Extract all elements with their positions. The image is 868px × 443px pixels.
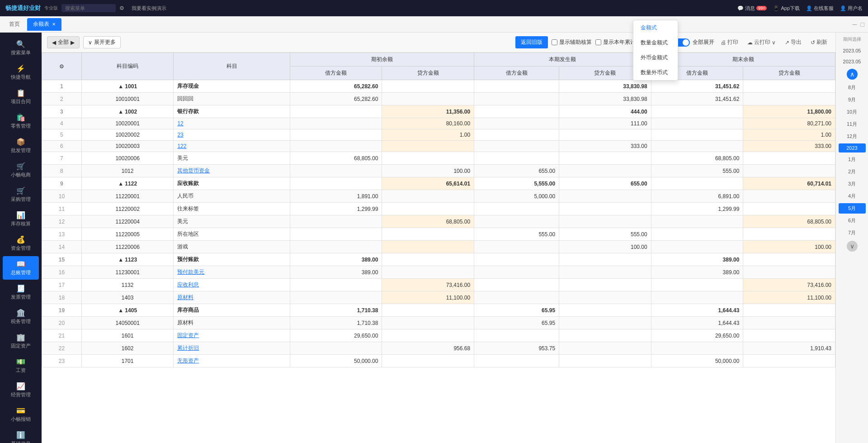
account-name-link[interactable]: 23 bbox=[177, 132, 183, 138]
period-5[interactable]: 5月 bbox=[839, 203, 866, 214]
dropdown-item-qty-amount[interactable]: 数量金额式 bbox=[633, 35, 678, 50]
go-back-btn[interactable]: 返回旧版 bbox=[515, 36, 548, 48]
maximize-icon[interactable]: □ bbox=[861, 21, 864, 28]
period-down-btn[interactable]: ∨ bbox=[847, 241, 858, 252]
account-name[interactable]: 预付款美元 bbox=[174, 266, 290, 279]
period-2023-05-1[interactable]: 2023.05 bbox=[839, 46, 866, 55]
period-7[interactable]: 7月 bbox=[839, 228, 866, 238]
aux-check-input[interactable] bbox=[552, 39, 557, 45]
aux-check-label: 显示辅助核算 bbox=[559, 38, 592, 46]
account-name[interactable]: 12 bbox=[174, 118, 290, 129]
sidebar-item-invoice[interactable]: 🧾 发票管理 bbox=[3, 281, 39, 304]
export-btn[interactable]: ↗ 导出 bbox=[782, 37, 804, 48]
search-input[interactable] bbox=[61, 4, 116, 12]
closing-credit bbox=[743, 266, 835, 279]
account-name[interactable]: 应收利息 bbox=[174, 279, 290, 291]
quick-nav-icon: ⚡ bbox=[5, 64, 37, 73]
account-name-link[interactable]: 预付款美元 bbox=[177, 269, 204, 275]
period-8[interactable]: 8月 bbox=[839, 82, 866, 93]
settings-header[interactable]: ⚙ bbox=[42, 53, 82, 80]
message-btn[interactable]: 💬 消息 99+ bbox=[737, 5, 767, 12]
aux-check-group: 显示辅助核算 bbox=[552, 38, 592, 46]
expand-btn[interactable]: ∨ 展开更多 bbox=[83, 36, 121, 48]
minimize-icon[interactable]: ─ bbox=[853, 21, 857, 28]
account-name[interactable]: 固定资产 bbox=[174, 329, 290, 342]
account-name-link[interactable]: 固定资产 bbox=[177, 332, 199, 338]
period-6[interactable]: 6月 bbox=[839, 215, 866, 226]
user-btn[interactable]: 👤 用户名 bbox=[840, 5, 863, 12]
all-filter-btn[interactable]: ◀ 全部 ▶ bbox=[47, 36, 80, 48]
opening-credit bbox=[382, 253, 474, 266]
code-header: 科目编码 bbox=[81, 53, 174, 80]
sidebar-item-assets[interactable]: 🏢 固定资产 bbox=[3, 329, 39, 353]
closing-credit: 68,805.00 bbox=[743, 215, 835, 228]
account-name-link[interactable]: 累计折旧 bbox=[177, 345, 199, 351]
account-name[interactable]: 23 bbox=[174, 129, 290, 141]
all-expand-toggle[interactable]: 全部展开 bbox=[674, 38, 714, 47]
avatar: 👤 bbox=[840, 5, 846, 11]
account-name-link[interactable]: 应收利息 bbox=[177, 281, 199, 288]
tab-close-icon[interactable]: ✕ bbox=[52, 22, 56, 27]
sidebar-item-wholesale[interactable]: 📦 批发管理 bbox=[3, 134, 39, 157]
sidebar-item-search[interactable]: 🔍 搜索菜单 bbox=[3, 36, 39, 60]
account-name-link[interactable]: 122 bbox=[177, 143, 186, 149]
dropdown-item-qty-foreign[interactable]: 数量外币式 bbox=[633, 65, 678, 80]
closing-credit: 333.00 bbox=[743, 141, 835, 152]
download-icon: 📱 bbox=[773, 5, 779, 11]
top-bar-left: 畅捷通好业财 专业版 ⚙ 我要看实例演示 bbox=[5, 4, 166, 12]
account-name[interactable]: 原材料 bbox=[174, 291, 290, 304]
sidebar-item-ledger[interactable]: 📖 总账管理 bbox=[3, 256, 39, 280]
account-name-text: 美元 bbox=[177, 155, 188, 161]
dropdown-item-foreign-amount[interactable]: 外币金额式 bbox=[633, 50, 678, 65]
opening-credit bbox=[382, 190, 474, 203]
sidebar-item-basic-info[interactable]: ℹ️ 基础信息 bbox=[3, 427, 39, 443]
cloud-print-btn[interactable]: ☁ 云打印 ∨ bbox=[745, 37, 778, 48]
account-name[interactable]: 其他货币资金 bbox=[174, 165, 290, 177]
sidebar-item-tax[interactable]: 🏛️ 税务管理 bbox=[3, 305, 39, 329]
sidebar-item-retail[interactable]: 🛍️ 零售管理 bbox=[3, 110, 39, 133]
account-code: 11220005 bbox=[81, 228, 174, 241]
tab-balance-sheet[interactable]: 余额表 ✕ bbox=[27, 18, 61, 31]
period-4[interactable]: 4月 bbox=[839, 191, 866, 201]
sidebar-item-quick-nav[interactable]: ⚡ 快捷导航 bbox=[3, 61, 39, 84]
closing-debit bbox=[651, 241, 743, 253]
account-name-link[interactable]: 12 bbox=[177, 120, 183, 127]
period-2023-05-2[interactable]: 2023.05 bbox=[839, 57, 866, 66]
app-download-btn[interactable]: 📱 App下载 bbox=[773, 5, 800, 12]
account-name-link[interactable]: 其他货币资金 bbox=[177, 167, 210, 174]
year-total-input[interactable] bbox=[595, 39, 601, 45]
sidebar-item-inventory[interactable]: 📊 库存核算 bbox=[3, 207, 39, 231]
sidebar-item-purchase[interactable]: 🛒 采购管理 bbox=[3, 183, 39, 206]
period-2023[interactable]: 2023 bbox=[839, 143, 866, 152]
online-service-btn[interactable]: 👤 在线客服 bbox=[806, 5, 834, 12]
sidebar-item-project[interactable]: 📋 项目合同 bbox=[3, 85, 39, 109]
sidebar-item-management[interactable]: 📈 经营管理 bbox=[3, 378, 39, 402]
purchase-icon: 🛒 bbox=[5, 186, 37, 195]
sidebar-item-ecommerce[interactable]: 🛒 小畅电商 bbox=[3, 158, 39, 182]
assets-icon: 🏢 bbox=[5, 333, 37, 342]
account-name-link[interactable]: 无形资产 bbox=[177, 357, 199, 364]
account-name-link[interactable]: 原材料 bbox=[177, 294, 193, 300]
account-name[interactable]: 累计折旧 bbox=[174, 342, 290, 355]
sidebar-item-finance[interactable]: 💰 资金管理 bbox=[3, 232, 39, 255]
tabs-bar-right: ─ □ bbox=[853, 21, 864, 28]
period-12[interactable]: 12月 bbox=[839, 131, 866, 142]
demo-link[interactable]: 我要看实例演示 bbox=[132, 5, 166, 12]
table-settings-icon[interactable]: ⚙ bbox=[59, 63, 64, 70]
period-10[interactable]: 10月 bbox=[839, 107, 866, 117]
sidebar-item-salary[interactable]: 💵 工资 bbox=[3, 354, 39, 377]
period-up-btn[interactable]: ∧ bbox=[847, 69, 858, 80]
current-debit bbox=[474, 266, 559, 279]
tab-home[interactable]: 首页 bbox=[4, 18, 25, 31]
period-2[interactable]: 2月 bbox=[839, 167, 866, 177]
account-name[interactable]: 无形资产 bbox=[174, 355, 290, 367]
sidebar-item-expense[interactable]: 💳 小畅报销 bbox=[3, 403, 39, 426]
settings-icon[interactable]: ⚙ bbox=[119, 5, 124, 11]
period-11[interactable]: 11月 bbox=[839, 119, 866, 129]
period-9[interactable]: 9月 bbox=[839, 95, 866, 105]
account-name[interactable]: 122 bbox=[174, 141, 290, 152]
period-3[interactable]: 3月 bbox=[839, 179, 866, 189]
period-1[interactable]: 1月 bbox=[839, 154, 866, 165]
refresh-btn[interactable]: ↺ 刷新 bbox=[808, 37, 830, 48]
print-btn[interactable]: 🖨 打印 bbox=[718, 37, 741, 48]
